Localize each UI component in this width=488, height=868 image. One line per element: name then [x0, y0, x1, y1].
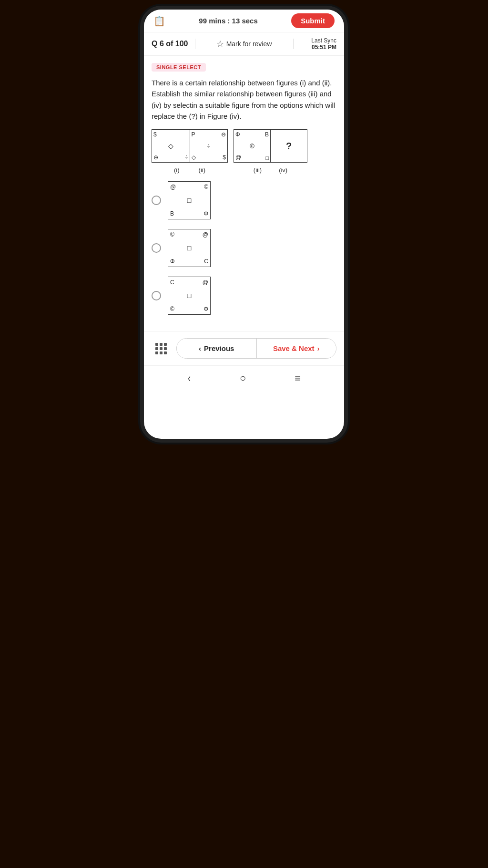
android-nav: ‹ ○ ≡: [144, 365, 344, 391]
figure-ii: P ⊖ ◇ $ ÷: [190, 130, 228, 162]
opt-c-br: Φ: [189, 296, 210, 314]
figure-iii-iv-wrapper: Φ B @ □ © ? (iii) (iv): [234, 129, 307, 174]
figure-i-ii: $ ⊖ ÷ ◇ P ⊖ ◇ $ ÷: [152, 129, 228, 163]
opt-c-center: □: [187, 292, 191, 300]
opt-c-tl: C: [168, 277, 189, 296]
mark-review-label: Mark for review: [226, 40, 272, 48]
opt-b-bl: Φ: [168, 248, 189, 267]
prev-arrow-icon: ‹: [199, 344, 201, 352]
fig-iii-br: □: [252, 146, 270, 162]
fig-ii-tr: ⊖: [209, 130, 227, 146]
opt-b-center: □: [187, 244, 191, 252]
fig-iv-label: (iv): [279, 166, 287, 174]
fig-ii-label: (ii): [199, 166, 205, 174]
option-a-radio[interactable]: [152, 196, 161, 205]
fig-i-center: ◇: [168, 142, 173, 150]
fig-iii-tr: B: [252, 130, 270, 146]
phone-frame: 📋 99 mins : 13 secs Submit Q 6 of 100 ☆ …: [144, 10, 344, 439]
submit-button[interactable]: Submit: [291, 13, 335, 28]
next-arrow-icon: ›: [317, 344, 320, 352]
figures-container: $ ⊖ ÷ ◇ P ⊖ ◇ $ ÷ (: [152, 129, 336, 174]
grid-dots-icon: [155, 343, 167, 354]
option-b-row: © @ Φ C □: [152, 229, 336, 267]
nav-buttons-group: ‹ Previous Save & Next ›: [176, 338, 336, 359]
grid-menu-button[interactable]: [152, 339, 171, 358]
previous-label: Previous: [204, 344, 234, 352]
question-text: There is a certain relationship between …: [152, 77, 336, 122]
opt-a-tr: ©: [189, 182, 210, 200]
android-back-button[interactable]: ‹: [188, 372, 191, 385]
bottom-nav: ‹ Previous Save & Next ›: [144, 331, 344, 365]
opt-a-tl: @: [168, 182, 189, 200]
android-menu-button[interactable]: ≡: [295, 372, 301, 384]
star-icon: ☆: [216, 39, 224, 49]
option-b-radio[interactable]: [152, 243, 161, 253]
last-sync: Last Sync 05:51 PM: [294, 37, 337, 51]
option-a-figure: @ © B Φ □: [168, 181, 211, 219]
question-type-badge: SINGLE SELECT: [152, 63, 206, 72]
opt-b-tl: ©: [168, 229, 189, 248]
fig-i-tr: [171, 130, 189, 146]
opt-b-tr: @: [189, 229, 210, 248]
opt-c-tr: @: [189, 277, 210, 296]
figure-i: $ ⊖ ÷ ◇: [152, 130, 190, 162]
option-c-row: C @ © Φ □: [152, 277, 336, 315]
opt-b-br: C: [189, 248, 210, 267]
figure-iv: ?: [270, 130, 307, 162]
fig-iii-label: (iii): [254, 166, 262, 174]
fig-ii-tl: P: [190, 130, 209, 146]
option-a-row: @ © B Φ □: [152, 181, 336, 219]
figure-iii: Φ B @ □ ©: [234, 130, 270, 162]
option-b-figure: © @ Φ C □: [168, 229, 211, 267]
figure-iii-iv: Φ B @ □ © ?: [234, 129, 307, 163]
previous-button[interactable]: ‹ Previous: [177, 339, 257, 358]
status-bar: 📋 99 mins : 13 secs Submit: [144, 10, 344, 32]
timer: 99 mins : 13 secs: [199, 17, 257, 25]
question-nav: Q 6 of 100 ☆ Mark for review Last Sync 0…: [144, 32, 344, 56]
opt-a-bl: B: [168, 200, 189, 219]
next-label: Save & Next: [273, 344, 315, 352]
fig-i-br: ÷: [171, 146, 189, 162]
mark-review-button[interactable]: ☆ Mark for review: [195, 39, 294, 49]
fig-i-label: (i): [174, 166, 180, 174]
opt-a-center: □: [187, 196, 191, 204]
fig-iii-center: ©: [250, 143, 254, 150]
main-content: SINGLE SELECT There is a certain relatio…: [144, 56, 344, 331]
option-c-radio[interactable]: [152, 291, 161, 300]
question-number: Q 6 of 100: [152, 40, 195, 48]
option-c-figure: C @ © Φ □: [168, 277, 211, 315]
opt-c-bl: ©: [168, 296, 189, 314]
fig-ii-center: ÷: [207, 143, 210, 150]
opt-a-br: Φ: [189, 200, 210, 219]
fig-iv-content: ?: [271, 130, 307, 162]
options-container: @ © B Φ □ © @ Φ C □: [152, 181, 336, 315]
android-home-button[interactable]: ○: [240, 372, 246, 384]
fig-ii-bl: ◇: [190, 146, 209, 162]
doc-icon: 📋: [153, 15, 165, 27]
figure-i-ii-wrapper: $ ⊖ ÷ ◇ P ⊖ ◇ $ ÷ (: [152, 129, 228, 174]
fig-ii-br: $: [209, 146, 227, 162]
save-next-button[interactable]: Save & Next ›: [257, 339, 336, 358]
